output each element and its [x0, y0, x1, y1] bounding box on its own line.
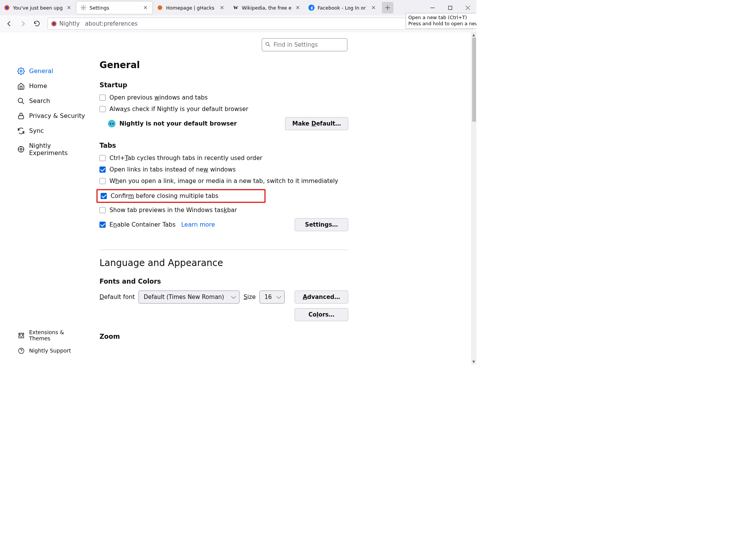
checkbox-label: Confirm before closing multiple tabs	[111, 193, 218, 199]
preferences-sidebar: General Home Search Privacy & Security S…	[0, 32, 92, 364]
checkbox-ctrltab[interactable]	[99, 155, 106, 161]
find-in-settings-input[interactable]	[262, 38, 347, 51]
close-icon[interactable]: ✕	[370, 5, 377, 11]
checkbox-label: Always check if Nightly is your default …	[109, 106, 248, 113]
section-heading-zoom: Zoom	[99, 333, 348, 340]
facebook-icon	[308, 5, 315, 11]
navigation-toolbar: Nightly about:preferences	[0, 15, 476, 32]
checkbox-open-links-tabs[interactable]	[99, 167, 106, 173]
close-icon[interactable]: ✕	[142, 5, 148, 11]
scrollbar[interactable]: ▲ ▼	[471, 32, 476, 364]
tab-bar: You've just been upgraded ✕ Settings ✕ H…	[0, 0, 476, 15]
checkbox-row[interactable]: Confirm before closing multiple tabs	[101, 193, 218, 199]
category-general[interactable]: General	[0, 64, 92, 78]
search-wrapper	[262, 38, 347, 51]
close-icon[interactable]: ✕	[295, 5, 301, 11]
colors-button[interactable]: Colors…	[295, 308, 348, 321]
svg-point-9	[18, 98, 23, 103]
checkbox-label: Show tab previews in the Windows taskbar	[109, 207, 237, 214]
category-home[interactable]: Home	[0, 78, 92, 93]
svg-point-3	[158, 5, 162, 10]
lock-icon	[17, 112, 25, 120]
checkbox-confirm-close[interactable]	[101, 193, 107, 199]
svg-point-14	[266, 42, 269, 46]
advanced-fonts-button[interactable]: Advanced…	[295, 291, 348, 304]
make-default-button[interactable]: Make Default…	[285, 117, 348, 130]
identity-box[interactable]: Nightly	[51, 20, 82, 27]
checkbox-row[interactable]: When you open a link, image or media in …	[99, 178, 348, 184]
default-font-label: Default font	[99, 294, 135, 300]
close-icon[interactable]: ✕	[219, 5, 225, 11]
svg-point-7	[52, 22, 56, 25]
checkbox-container-tabs[interactable]	[99, 222, 106, 228]
url-text: about:preferences	[85, 20, 137, 27]
checkbox-label: When you open a link, image or media in …	[109, 178, 338, 184]
checkbox-taskbar-preview[interactable]	[99, 207, 106, 213]
scrollbar-thumb[interactable]	[472, 38, 476, 122]
new-tab-tooltip: Open a new tab (Ctrl+T) Press and hold t…	[406, 13, 476, 29]
checkbox-label: Open previous windows and tabs	[109, 94, 208, 101]
page-heading-general: General	[99, 60, 348, 70]
category-search[interactable]: Search	[0, 93, 92, 108]
svg-rect-5	[448, 6, 452, 10]
question-icon	[18, 347, 24, 354]
sad-face-icon: ••	[108, 120, 116, 127]
browser-tab[interactable]: Homepage | gHacks Techn ✕	[153, 2, 229, 14]
section-heading-language: Language and Appearance	[99, 250, 348, 268]
checkbox-switch-immediate[interactable]	[99, 178, 106, 184]
container-settings-button[interactable]: Settings…	[295, 218, 348, 231]
browser-tab[interactable]: You've just been upgraded ✕	[0, 2, 76, 14]
section-heading-startup: Startup	[99, 81, 348, 89]
svg-point-8	[20, 70, 22, 72]
checkbox-row[interactable]: Open previous windows and tabs	[99, 94, 348, 101]
site-icon	[157, 5, 163, 11]
checkbox-row[interactable]: Always check if Nightly is your default …	[99, 106, 348, 113]
gear-icon	[17, 67, 25, 75]
checkbox-row[interactable]: Ctrl+Tab cycles through tabs in recently…	[99, 155, 348, 162]
browser-tab[interactable]: W Wikipedia, the free encyclop ✕	[229, 2, 305, 14]
back-button[interactable]	[3, 18, 15, 30]
wikipedia-icon: W	[233, 5, 239, 11]
main-content: General Home Search Privacy & Security S…	[0, 32, 476, 364]
home-icon	[17, 82, 25, 90]
flask-icon	[17, 145, 25, 153]
checkbox-label: Enable Container Tabs	[109, 221, 176, 228]
firefox-icon	[51, 21, 57, 27]
checkbox-open-previous[interactable]	[99, 95, 106, 101]
support-link[interactable]: Nightly Support	[0, 344, 92, 357]
scroll-down-icon[interactable]: ▼	[471, 359, 476, 364]
checkbox-row[interactable]: Open links in tabs instead of new window…	[99, 166, 348, 173]
learn-more-link[interactable]: Learn more	[181, 221, 215, 228]
search-icon	[265, 41, 271, 47]
category-sync[interactable]: Sync	[0, 123, 92, 138]
checkbox-label: Ctrl+Tab cycles through tabs in recently…	[109, 155, 262, 162]
close-icon[interactable]: ✕	[66, 5, 72, 11]
browser-tab[interactable]: Facebook - Log In or Sign U ✕	[305, 2, 380, 14]
extensions-link[interactable]: Extensions & Themes	[0, 326, 92, 344]
font-size-label: Size	[243, 294, 256, 300]
highlighted-option: Confirm before closing multiple tabs	[96, 189, 266, 203]
section-heading-fonts: Fonts and Colors	[99, 278, 348, 285]
category-experiments[interactable]: Nightly Experiments	[0, 138, 92, 160]
section-heading-tabs: Tabs	[99, 142, 348, 149]
default-font-select[interactable]: Default (Times New Roman)	[139, 291, 240, 304]
scroll-up-icon[interactable]: ▲	[471, 32, 476, 38]
search-icon	[17, 97, 25, 105]
sync-icon	[17, 127, 25, 135]
checkbox-row[interactable]: Show tab previews in the Windows taskbar	[99, 207, 348, 214]
content-area: General Startup Open previous windows an…	[92, 32, 476, 364]
svg-point-2	[83, 7, 84, 8]
forward-button[interactable]	[17, 18, 29, 30]
font-size-select[interactable]: 16	[259, 291, 285, 304]
checkbox-row: Enable Container Tabs Learn more Setting…	[99, 218, 348, 231]
puzzle-icon	[18, 332, 24, 339]
checkbox-label: Open links in tabs instead of new window…	[109, 166, 236, 173]
gear-icon	[80, 5, 86, 11]
checkbox-always-check[interactable]	[99, 106, 106, 112]
firefox-icon	[4, 5, 10, 11]
reload-button[interactable]	[31, 18, 43, 30]
browser-tab-active[interactable]: Settings ✕	[77, 2, 152, 14]
svg-point-1	[5, 6, 9, 10]
category-privacy[interactable]: Privacy & Security	[0, 108, 92, 123]
new-tab-button[interactable]	[382, 2, 393, 13]
